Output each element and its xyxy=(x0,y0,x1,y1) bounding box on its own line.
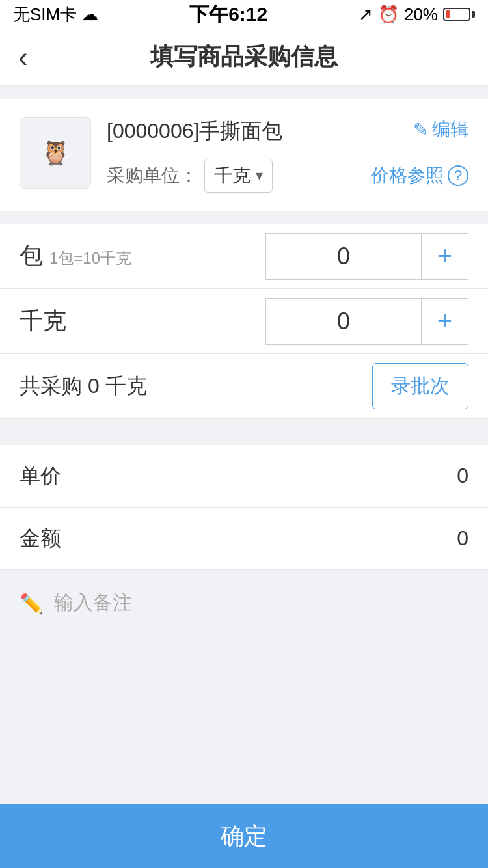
edit-icon: ✎ xyxy=(413,119,428,141)
unit-selector-group: 采购单位： 千克 ▾ xyxy=(107,159,273,193)
package-input-control: + xyxy=(265,233,468,280)
location-icon: ↗ xyxy=(359,5,373,25)
status-bar: 无SIM卡 ☁ 下午6:12 ↗ ⏰ 20% xyxy=(0,0,488,29)
unit-select[interactable]: 千克 ▾ xyxy=(204,159,273,193)
pencil-icon: ✏️ xyxy=(20,592,44,615)
amount-value: 0 xyxy=(457,526,468,550)
note-placeholder-text: 输入备注 xyxy=(54,590,132,616)
note-section[interactable]: ✏️ 输入备注 xyxy=(0,571,488,766)
battery-percent: 20% xyxy=(404,5,438,25)
back-button[interactable]: ‹ xyxy=(18,41,28,74)
mid-divider-1 xyxy=(0,211,488,224)
battery-icon xyxy=(443,8,475,21)
edit-label: 编辑 xyxy=(432,117,468,142)
edit-button[interactable]: ✎ 编辑 xyxy=(413,117,468,142)
kg-label: 千克 xyxy=(20,305,66,337)
status-left: 无SIM卡 ☁ xyxy=(13,3,98,26)
unit-price-row: 单价 0 xyxy=(0,445,488,508)
kg-plus-button[interactable]: + xyxy=(422,298,468,345)
mid-divider-2 xyxy=(0,419,488,432)
product-name: [0000006]手撕面包 xyxy=(107,117,282,146)
kg-label-main: 千克 xyxy=(20,305,66,337)
product-owl-icon: 🦉 xyxy=(41,139,70,167)
product-id: [0000006] xyxy=(107,119,199,142)
product-unit-row: 采购单位： 千克 ▾ 价格参照 ? xyxy=(107,159,468,193)
record-batch-button[interactable]: 录批次 xyxy=(372,363,468,409)
package-row: 包 1包=10千克 + xyxy=(0,224,488,289)
signal-text: 无SIM卡 ☁ xyxy=(13,3,98,26)
product-header: [0000006]手撕面包 ✎ 编辑 xyxy=(107,117,468,146)
product-title: 手撕面包 xyxy=(199,119,282,142)
price-section: 单价 0 金额 0 xyxy=(0,445,488,570)
page-title: 填写商品采购信息 xyxy=(150,41,338,73)
kg-row: 千克 + xyxy=(0,289,488,354)
top-divider xyxy=(0,86,488,99)
package-input[interactable] xyxy=(265,233,422,280)
product-info: [0000006]手撕面包 ✎ 编辑 采购单位： 千克 ▾ 价格参照 ? xyxy=(107,117,468,193)
help-icon: ? xyxy=(448,165,468,186)
unit-value: 千克 xyxy=(214,163,251,188)
status-right: ↗ ⏰ 20% xyxy=(359,5,475,25)
dropdown-arrow-icon: ▾ xyxy=(256,167,263,184)
input-section: 包 1包=10千克 + 千克 + 共采购 0 千克 录批次 xyxy=(0,224,488,419)
main-content: 🦉 [0000006]手撕面包 ✎ 编辑 采购单位： 千克 ▾ xyxy=(0,86,488,830)
summary-row: 共采购 0 千克 录批次 xyxy=(0,354,488,419)
summary-text: 共采购 0 千克 xyxy=(20,372,147,401)
kg-input[interactable] xyxy=(265,298,422,345)
amount-row: 金额 0 xyxy=(0,508,488,570)
nav-bar: ‹ 填写商品采购信息 xyxy=(0,29,488,86)
package-plus-button[interactable]: + xyxy=(422,233,468,280)
product-card: 🦉 [0000006]手撕面包 ✎ 编辑 采购单位： 千克 ▾ xyxy=(0,99,488,211)
status-time: 下午6:12 xyxy=(189,1,267,28)
package-label-sub: 1包=10千克 xyxy=(49,248,131,269)
confirm-button[interactable]: 确定 xyxy=(0,804,488,868)
unit-price-label: 单价 xyxy=(20,462,61,491)
price-ref-label: 价格参照 xyxy=(371,163,444,188)
alarm-icon: ⏰ xyxy=(378,5,399,25)
package-label-main: 包 xyxy=(20,240,43,272)
kg-input-control: + xyxy=(265,298,468,345)
package-label: 包 1包=10千克 xyxy=(20,240,131,272)
price-ref-button[interactable]: 价格参照 ? xyxy=(371,163,468,188)
product-image: 🦉 xyxy=(20,117,91,189)
amount-label: 金额 xyxy=(20,524,61,553)
unit-label: 采购单位： xyxy=(107,163,198,188)
unit-price-value: 0 xyxy=(457,464,468,488)
